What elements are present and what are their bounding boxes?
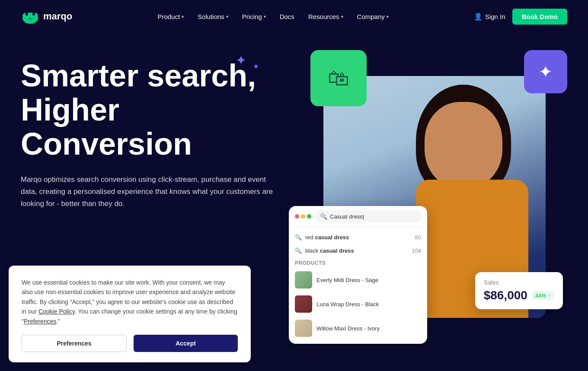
nav-resources[interactable]: Resources ▾ xyxy=(303,10,348,23)
book-demo-button[interactable]: Book Demo xyxy=(512,9,567,25)
product-row-1: Everly Midi Dress - Sage xyxy=(289,268,427,292)
nav-solutions[interactable]: Solutions ▾ xyxy=(192,10,233,23)
hero-visuals: 🛍 ✦ 🔍 xyxy=(289,50,567,352)
sign-in-button[interactable]: 👤 Sign In xyxy=(474,13,505,21)
nav-docs[interactable]: Docs xyxy=(275,10,300,23)
svg-point-4 xyxy=(32,13,35,16)
cookie-text: We use essential cookies to make our sit… xyxy=(22,278,238,326)
logo-text: marqo xyxy=(43,11,72,22)
logo[interactable]: marqo xyxy=(21,7,72,26)
search-input-mock: 🔍 Casual dress| xyxy=(316,210,421,222)
product-row-2: Luna Wrap Dress - Black xyxy=(289,292,427,316)
product-thumb-3 xyxy=(295,320,312,337)
sales-card: Sales $86,000 44% ↑ xyxy=(475,272,563,309)
query-icon-2: 🔍 xyxy=(295,247,302,254)
search-ui-card: 🔍 Casual dress| 🔍 red casual dress 80 🔍 … xyxy=(289,206,427,344)
cookie-policy-link[interactable]: Cookie Policy xyxy=(38,308,75,315)
dot-red xyxy=(295,214,299,219)
sparkle-icon-2: ✦ xyxy=(253,63,259,71)
search-icon: 🔍 xyxy=(320,213,327,220)
dot-yellow xyxy=(301,214,305,219)
search-bar: 🔍 Casual dress| xyxy=(289,206,427,227)
product-thumb-1 xyxy=(295,271,312,289)
search-result-1: 🔍 red casual dress 80 xyxy=(289,231,427,244)
dot-green xyxy=(307,214,311,219)
preferences-button[interactable]: Preferences xyxy=(22,335,127,352)
window-dots xyxy=(295,214,311,219)
navigation: marqo Product ▾ Solutions ▾ Pricing ▾ Do… xyxy=(0,0,588,33)
nav-links: Product ▾ Solutions ▾ Pricing ▾ Docs Res… xyxy=(152,10,393,23)
nav-right: 👤 Sign In Book Demo xyxy=(474,9,567,25)
shopping-bag-card: 🛍 xyxy=(310,50,367,106)
products-section-label: Products xyxy=(289,257,427,268)
search-result-2: 🔍 black casual dress 104 xyxy=(289,244,427,257)
nav-pricing[interactable]: Pricing ▾ xyxy=(237,10,271,23)
search-results: 🔍 red casual dress 80 🔍 black casual dre… xyxy=(289,227,427,344)
cursor-card: ✦ xyxy=(524,50,567,93)
hero-left: Smarter search, Higher Conversion ✦ ✦ Ma… xyxy=(21,50,289,227)
svg-point-5 xyxy=(28,18,32,19)
cursor-icon: ✦ xyxy=(538,62,553,82)
sales-value-row: $86,000 44% ↑ xyxy=(484,289,554,302)
cookie-buttons: Preferences Accept xyxy=(22,335,238,352)
sparkle-icon-1: ✦ xyxy=(236,54,246,67)
svg-point-3 xyxy=(26,13,28,16)
nav-product[interactable]: Product ▾ xyxy=(152,10,189,23)
cookie-banner: We use essential cookies to make our sit… xyxy=(9,266,251,362)
accept-button[interactable]: Accept xyxy=(134,335,238,352)
query-icon-1: 🔍 xyxy=(295,234,302,241)
product-thumb-2 xyxy=(295,295,312,313)
shopping-bag-icon: 🛍 xyxy=(328,66,349,91)
preferences-inline-link[interactable]: Preferences xyxy=(24,318,56,325)
nav-company[interactable]: Company ▾ xyxy=(352,10,394,23)
hero-title: Smarter search, Higher Conversion ✦ ✦ xyxy=(21,59,289,162)
hero-description: Marqo optimizes search conversion using … xyxy=(21,174,280,210)
product-row-3: Willow Maxi Dress - Ivory xyxy=(289,316,427,340)
